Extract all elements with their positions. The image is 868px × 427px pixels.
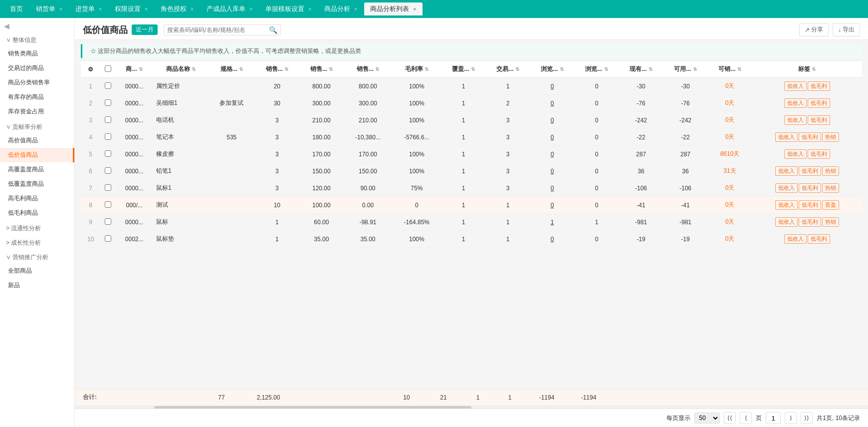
cell-sale-qty: 20 [255, 78, 299, 95]
cell-view1[interactable]: 1 [530, 214, 574, 231]
row-checkbox[interactable] [105, 235, 111, 242]
sidebar-item-traded-products[interactable]: 交易过的商品 [0, 61, 74, 75]
page-size-select[interactable]: 50 100 200 [694, 413, 720, 424]
row-checkbox[interactable] [105, 218, 111, 225]
last-page-btn[interactable]: ⟩⟩ [801, 412, 813, 424]
cell-name: 电话机 [153, 112, 209, 129]
sidebar-item-high-coverage[interactable]: 高覆盖度商品 [0, 162, 74, 177]
cell-checkbox[interactable] [100, 95, 115, 112]
col-settings[interactable]: ⚙ [81, 61, 100, 78]
col-view1[interactable]: 浏览... ⇅ [530, 61, 574, 78]
cell-view1[interactable]: 0 [530, 112, 574, 129]
col-spec[interactable]: 规格... ⇅ [209, 61, 255, 78]
cell-days: 0天 [707, 214, 752, 231]
cell-coverage: 1 [441, 78, 485, 95]
nav-role-auth[interactable]: 角色授权 × [155, 2, 200, 15]
sidebar-group-overall[interactable]: ∨ 整体信息 [0, 32, 74, 46]
row-checkbox[interactable] [105, 116, 111, 123]
cell-checkbox[interactable] [100, 214, 115, 231]
sidebar-collapse-btn[interactable]: ◀ [4, 22, 9, 30]
sidebar-item-all-products[interactable]: 全部商品 [0, 264, 74, 278]
cell-view1[interactable]: 0 [530, 78, 574, 95]
nav-product-analysis[interactable]: 商品分析 × [318, 2, 363, 15]
col-coverage[interactable]: 覆盖... ⇅ [441, 61, 485, 78]
row-checkbox[interactable] [105, 82, 111, 89]
table-row: 7 0000... 鼠标1 3 120.00 90.00 75% 1 3 0 0… [81, 180, 862, 197]
nav-product-analysis-list[interactable]: 商品分析列表 × [364, 2, 422, 15]
col-sale-price[interactable]: 销售... ⇅ [299, 61, 344, 78]
cell-checkbox[interactable] [100, 78, 115, 95]
sidebar-group-contribution[interactable]: ∨ 贡献率分析 [0, 119, 74, 133]
sidebar-item-new-products[interactable]: 新品 [0, 278, 74, 293]
nav-permissions[interactable]: 权限设置 × [109, 2, 154, 15]
col-stock[interactable]: 现有... ⇅ [619, 61, 663, 78]
nav-product-in[interactable]: 产成品入库单 × [201, 2, 258, 15]
sidebar-group-marketing[interactable]: ∨ 营销推广分析 [0, 249, 74, 264]
sidebar-item-sales-products[interactable]: 销售类商品 [0, 46, 74, 61]
col-margin[interactable]: 毛利率 ⇅ [392, 61, 441, 78]
first-page-btn[interactable]: ⟨⟨ [724, 412, 736, 424]
row-checkbox[interactable] [105, 99, 111, 106]
cell-view2: 1 [574, 214, 619, 231]
select-all-checkbox[interactable] [105, 65, 111, 72]
cell-checkbox[interactable] [100, 180, 115, 197]
cell-view2: 0 [574, 163, 619, 180]
cell-margin: 100% [392, 146, 441, 163]
col-available[interactable]: 可用... ⇅ [663, 61, 707, 78]
cell-view1[interactable]: 0 [530, 163, 574, 180]
nav-template[interactable]: 单据模板设置 × [259, 2, 317, 15]
cell-checkbox[interactable] [100, 112, 115, 129]
cell-tags: 低收入低毛利热销 [752, 214, 862, 231]
cell-view1[interactable]: 0 [530, 197, 574, 214]
cell-checkbox[interactable] [100, 231, 115, 248]
sidebar-item-high-margin[interactable]: 高毛利商品 [0, 191, 74, 206]
share-button[interactable]: ↗ 分享 [799, 23, 829, 36]
row-checkbox[interactable] [105, 150, 111, 157]
sidebar-item-low-margin[interactable]: 低毛利商品 [0, 206, 74, 220]
search-icon[interactable]: 🔍 [269, 26, 277, 34]
nav-purchase-order[interactable]: 进货单 × [69, 2, 108, 15]
sidebar-item-stock-capital[interactable]: 库存资金占用 [0, 104, 74, 119]
cell-view1[interactable]: 0 [530, 146, 574, 163]
col-name[interactable]: 商品名称 ⇅ [153, 61, 209, 78]
col-checkbox[interactable] [100, 61, 115, 78]
col-code[interactable]: 商... ⇅ [115, 61, 153, 78]
row-checkbox[interactable] [105, 167, 111, 174]
search-input[interactable] [167, 26, 267, 33]
sidebar-item-stocked-products[interactable]: 有库存的商品 [0, 90, 74, 104]
nav-home[interactable]: 首页 [4, 2, 29, 15]
row-checkbox[interactable] [105, 133, 111, 140]
cell-sale-qty: 10 [255, 197, 299, 214]
cell-margin: 100% [392, 231, 441, 248]
col-tags[interactable]: 标签 ⇅ [752, 61, 862, 78]
product-tag: 低毛利 [799, 166, 821, 176]
sidebar-item-category-rate[interactable]: 商品分类销售率 [0, 75, 74, 90]
page-number-input[interactable] [766, 412, 781, 424]
cell-view1[interactable]: 0 [530, 180, 574, 197]
cell-checkbox[interactable] [100, 129, 115, 146]
col-sellable[interactable]: 可销... ⇅ [707, 61, 752, 78]
filter-tag-month[interactable]: 近一月 [132, 24, 158, 35]
sidebar-group-circulation[interactable]: > 流通性分析 [0, 220, 74, 235]
prev-page-btn[interactable]: ⟨ [740, 412, 752, 424]
sidebar-item-low-coverage[interactable]: 低覆盖度商品 [0, 177, 74, 191]
nav-sales-order[interactable]: 销货单 × [30, 2, 68, 15]
sidebar-item-high-value[interactable]: 高价值商品 [0, 133, 74, 148]
col-trade[interactable]: 交易... ⇅ [485, 61, 530, 78]
cell-checkbox[interactable] [100, 163, 115, 180]
cell-view1[interactable]: 0 [530, 95, 574, 112]
col-sale-qty[interactable]: 销售... ⇅ [255, 61, 299, 78]
sidebar-group-growth[interactable]: > 成长性分析 [0, 235, 74, 249]
row-checkbox[interactable] [105, 184, 111, 191]
cell-checkbox[interactable] [100, 197, 115, 214]
next-page-btn[interactable]: ⟩ [785, 412, 797, 424]
cell-available: -41 [663, 197, 707, 214]
cell-view1[interactable]: 0 [530, 231, 574, 248]
export-button[interactable]: ↓ 导出 [833, 23, 860, 36]
col-view2[interactable]: 浏览... ⇅ [574, 61, 619, 78]
col-sale-amount[interactable]: 销售... ⇅ [344, 61, 392, 78]
sidebar-item-low-value[interactable]: 低价值商品 [0, 148, 74, 162]
cell-view1[interactable]: 0 [530, 129, 574, 146]
cell-checkbox[interactable] [100, 146, 115, 163]
row-checkbox[interactable] [105, 201, 111, 208]
